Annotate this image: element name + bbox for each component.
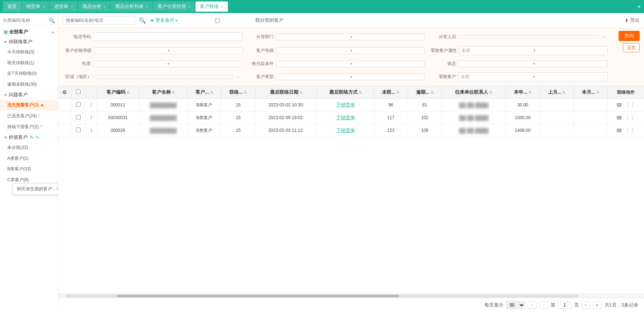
th-contact[interactable]: 联络... ⇅ [221, 86, 255, 99]
action-contact-icon-2[interactable]: ☎ [616, 127, 622, 133]
tab-analysis-list[interactable]: 商品分析列表 × [111, 1, 152, 12]
sidebar-item-churned[interactable]: 已流失客户(24) ? [0, 111, 58, 122]
sidebar-group-problem[interactable]: ▼ 问题客户 [0, 90, 58, 100]
row-last-month-0 [540, 99, 573, 112]
tab-customer-layer-close[interactable]: × [188, 1, 190, 12]
person-select[interactable] [458, 35, 598, 38]
search-button[interactable]: 🔍 [139, 17, 146, 24]
horizontal-scrollbar[interactable] [65, 295, 579, 297]
edit-icon[interactable]: ✎ [35, 135, 39, 140]
tab-purchase-close[interactable]: × [71, 1, 73, 12]
search-input[interactable] [63, 16, 135, 25]
tab-purchase[interactable]: 进货单 × [50, 1, 77, 12]
tab-sales[interactable]: 销货单 × [22, 1, 49, 12]
row-select-checkbox-1[interactable] [76, 115, 81, 119]
th-type[interactable]: 客户... ⇅ [187, 86, 221, 99]
th-name[interactable]: 客户名称 ⇅ [139, 86, 188, 99]
close-all-button[interactable]: ✕ [637, 3, 641, 10]
refresh-icon[interactable]: ↻ [30, 135, 34, 140]
tab-analysis[interactable]: 商品分析 × [78, 1, 110, 12]
zero-attr-select[interactable]: 全部 ▾ [459, 46, 608, 55]
sidebar-group-value[interactable]: ▼ 价值客户 ↻ ✎ [0, 132, 58, 142]
tab-customer-layer-label: 客户分层经营 [158, 1, 186, 12]
tab-customer-contact-label: 客户联络 [200, 1, 219, 12]
row-select-checkbox-0[interactable] [76, 102, 81, 107]
sidebar-item-tomorrow[interactable]: 明天待联络(1) [0, 58, 58, 69]
filter-zero-customer-cell: 零散客户 全部 ▾ [428, 71, 611, 83]
row-last-method-0[interactable]: 下销货单 [317, 99, 374, 112]
sidebar-item-a-class[interactable]: A类客户(1) [0, 153, 58, 164]
sidebar-item-week[interactable]: 近7天待联络(0) [0, 68, 58, 79]
sidebar-search-input[interactable] [3, 18, 49, 23]
th-last-month[interactable]: 上月... ⇅ [540, 86, 573, 99]
tab-analysis-close[interactable]: × [104, 1, 106, 12]
tab-home[interactable]: 首页 [3, 1, 21, 12]
filter-level-cell: 客户等级 ▾ [245, 46, 428, 56]
action-more-icon-1[interactable]: ⋮⋮ [625, 115, 635, 121]
dept-select[interactable]: ▾ [276, 33, 425, 40]
sidebar-item-churn-warning[interactable]: 流失预警客户(3) [0, 100, 58, 111]
row-type-0: B类客户 [187, 99, 221, 112]
first-page-button[interactable]: « [528, 301, 537, 309]
row-index-0: 1 [86, 99, 97, 112]
customer-type-select[interactable]: ▾ [276, 73, 425, 80]
person-dots[interactable]: ··· [600, 34, 608, 40]
query-button[interactable]: 查询 [619, 31, 640, 41]
row-select-checkbox-2[interactable] [76, 127, 81, 132]
next-page-button[interactable]: › [582, 301, 590, 309]
th-this-month[interactable]: 本月... ⇅ [573, 86, 607, 99]
th-overdue[interactable]: 逾期... ⇅ [408, 86, 442, 99]
per-page-select[interactable]: 50 100 200 [506, 301, 525, 309]
tab-customer-contact-close[interactable]: × [221, 1, 223, 12]
th-code[interactable]: 客户编码 ⇅ [97, 86, 139, 99]
tab-customer-contact[interactable]: 客户联络 × [196, 1, 228, 12]
action-more-icon-2[interactable]: ⋮⋮ [625, 127, 635, 133]
th-last-date[interactable]: 最后联络日期 ⇅ [255, 86, 317, 99]
th-not-contacted[interactable]: 未联... ⇅ [374, 86, 408, 99]
tab-customer-layer[interactable]: 客户分层经营 × [153, 1, 195, 12]
th-this-year[interactable]: 本年... ⇅ [506, 86, 540, 99]
sidebar-item-today[interactable]: 今天待联络(0) [0, 47, 58, 58]
row-last-method-2[interactable]: 下销货单 [317, 124, 374, 137]
tab-analysis-list-close[interactable]: × [146, 1, 148, 12]
more-conditions-button[interactable]: ▼ 更多条件 ▾ [150, 17, 177, 24]
action-contact-icon-1[interactable]: ☎ [616, 115, 622, 121]
th-unit-contact[interactable]: 往来单位联系人 ⇅ [442, 86, 506, 99]
sidebar-item-b-class[interactable]: B类客户(33) [0, 164, 58, 175]
sidebar-group-pending[interactable]: ▼ 待联络客户 [0, 37, 58, 47]
prev-page-button[interactable]: ‹ [540, 301, 548, 309]
sidebar-collapse-icon[interactable]: « [52, 29, 54, 35]
arrow-down-icon3: ▼ [4, 135, 7, 139]
region-select[interactable] [94, 76, 233, 78]
region-dots[interactable]: ··· [235, 74, 242, 80]
sidebar-item-ungrouped[interactable]: 未分组(32) [0, 142, 58, 153]
select-all-checkbox[interactable] [76, 89, 81, 94]
tab-sales-label: 销货单 [26, 1, 40, 12]
filter-settings-button[interactable]: 设置 [623, 43, 640, 52]
sidebar-all-customers[interactable]: ⊞ 全部客户 « [0, 27, 58, 37]
filter-region-cell: 区域（地区） ··· [63, 72, 245, 81]
level-select[interactable]: ▾ [276, 47, 425, 54]
sidebar-item-declining[interactable]: 持续下滑客户(2) ? [0, 122, 58, 133]
sort-type-icon: ⇅ [210, 90, 213, 94]
status-select[interactable]: ▾ [458, 60, 608, 67]
th-last-method[interactable]: 最后联络方式 ⇅ [317, 86, 374, 99]
sort-unit-icon: ⇅ [489, 90, 492, 94]
sidebar-item-overdue[interactable]: 逾期未联络(30) [0, 79, 58, 90]
price-level-select[interactable]: ▾ [94, 47, 242, 54]
row-contact-2: 15 [221, 124, 255, 137]
action-more-icon-0[interactable]: ⋮⋮ [625, 102, 635, 108]
column-settings-icon[interactable]: ⚙ [62, 89, 67, 95]
payment-select[interactable]: ▾ [276, 60, 425, 67]
row-last-method-1[interactable]: 下销货单 [317, 112, 374, 124]
export-button[interactable]: ⬆ 导出 [625, 17, 640, 24]
tab-sales-close[interactable]: × [43, 1, 45, 12]
nature-select[interactable]: ▾ [93, 60, 242, 67]
my-customers-checkbox[interactable] [181, 18, 254, 23]
last-page-button[interactable]: » [593, 301, 602, 309]
tab-home-label: 首页 [7, 1, 17, 12]
phone-input[interactable] [93, 32, 242, 41]
zero-customer-select[interactable]: 全部 ▾ [458, 72, 608, 81]
page-number-input[interactable] [558, 301, 571, 309]
action-contact-icon-0[interactable]: ☎ [616, 102, 622, 108]
